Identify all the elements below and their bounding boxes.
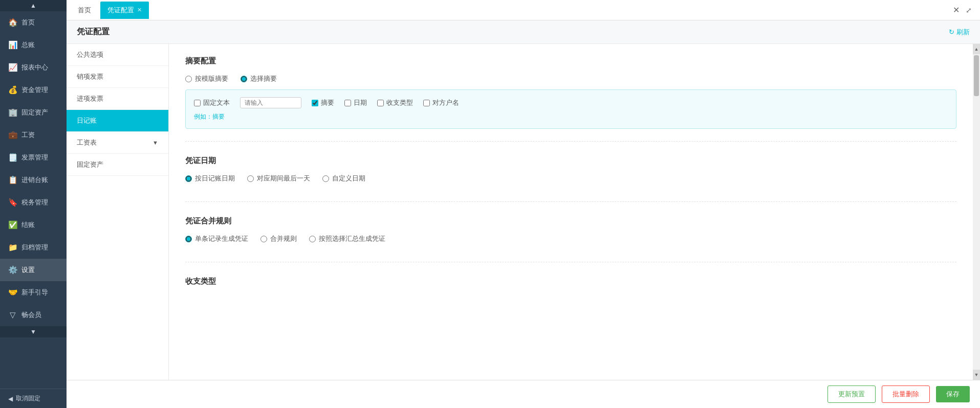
left-nav-journal-label: 日记账	[77, 116, 97, 125]
tab-voucher-config[interactable]: 凭证配置 ✕	[100, 2, 149, 19]
example-text: 例如：摘要	[194, 112, 948, 121]
sales-icon: 📋	[8, 175, 17, 185]
sidebar-item-sales[interactable]: 📋 进销台账	[0, 169, 67, 191]
window-close-icon[interactable]: ✕	[953, 5, 960, 15]
income-type-checkbox-input[interactable]	[377, 100, 384, 106]
summary-radio-select[interactable]: 选择摘要	[241, 74, 277, 83]
summary-radio-group: 按模版摘要 选择摘要	[185, 74, 956, 83]
refresh-button[interactable]: ↻ 刷新	[949, 28, 970, 37]
right-scrollbar: ▲ ▼	[973, 44, 980, 380]
sidebar-item-ledger[interactable]: 📊 总账	[0, 34, 67, 56]
date-radio-period-last[interactable]: 对应期间最后一天	[247, 174, 310, 183]
refresh-label: 刷新	[956, 28, 970, 37]
date-checkbox-label: 日期	[354, 98, 367, 107]
left-nav-journal[interactable]: 日记账	[67, 110, 168, 132]
sidebar-item-guide[interactable]: 🤝 新手引导	[0, 281, 67, 304]
summary-radio-select-input[interactable]	[241, 76, 247, 82]
right-content: 摘要配置 按模版摘要 选择摘要 固定文本	[169, 44, 973, 380]
sidebar-item-tax-label: 税务管理	[21, 198, 48, 207]
example-value: 摘要	[212, 113, 225, 120]
counterparty-checkbox[interactable]: 对方户名	[423, 98, 459, 107]
summary-radio-template-input[interactable]	[185, 76, 192, 82]
sidebar-item-settings[interactable]: ⚙️ 设置	[0, 259, 67, 281]
sidebar-item-report[interactable]: 📈 报表中心	[0, 56, 67, 79]
ledger-icon: 📊	[8, 40, 17, 50]
save-button[interactable]: 保存	[936, 386, 970, 402]
sidebar-item-guide-label: 新手引导	[21, 288, 48, 297]
date-section: 凭证日期 按日记账日期 对应期间最后一天 自定义日期	[185, 156, 956, 202]
home-icon: 🏠	[8, 18, 17, 27]
date-radio-custom-input[interactable]	[322, 175, 329, 182]
checkout-icon: ✅	[8, 220, 17, 230]
income-type-checkbox[interactable]: 收支类型	[377, 98, 413, 107]
sidebar-scroll-down[interactable]: ▼	[0, 326, 67, 337]
batch-delete-button[interactable]: 批量删除	[882, 386, 930, 403]
merge-radio-rule[interactable]: 合并规则	[260, 234, 297, 243]
date-radio-journal[interactable]: 按日记账日期	[185, 174, 235, 183]
merge-radio-rule-input[interactable]	[260, 236, 267, 242]
date-radio-period-last-input[interactable]	[247, 175, 254, 182]
summary-radio-template[interactable]: 按模版摘要	[185, 74, 228, 83]
sidebar-item-funds[interactable]: 💰 资金管理	[0, 79, 67, 101]
left-nav-fixed-assets[interactable]: 固定资产	[67, 154, 168, 176]
merge-radio-single[interactable]: 单条记录生成凭证	[185, 234, 248, 243]
invoice-icon: 🗒️	[8, 153, 17, 162]
date-radio-journal-input[interactable]	[185, 175, 192, 182]
window-resize-icon[interactable]: ⤢	[966, 6, 972, 14]
merge-radio-single-input[interactable]	[185, 236, 192, 242]
merge-radio-select[interactable]: 按照选择汇总生成凭证	[309, 234, 385, 243]
sidebar-item-vip[interactable]: ▽ 畅会员	[0, 304, 67, 326]
scrollbar-thumb[interactable]	[974, 55, 979, 96]
tax-icon: 🔖	[8, 198, 17, 207]
scrollbar-down-btn[interactable]: ▼	[973, 370, 980, 380]
sidebar-item-funds-label: 资金管理	[21, 85, 48, 95]
left-nav-public[interactable]: 公共选项	[67, 44, 168, 66]
date-radio-custom[interactable]: 自定义日期	[322, 174, 365, 183]
merge-radio-single-label: 单条记录生成凭证	[195, 234, 248, 243]
fixed-text-checkbox[interactable]: 固定文本	[194, 98, 230, 107]
assets-icon: 🏢	[8, 108, 17, 117]
fixed-text-checkbox-input[interactable]	[194, 100, 201, 106]
archive-icon: 📁	[8, 243, 17, 252]
merge-title: 凭证合并规则	[185, 216, 956, 226]
sidebar-item-archive[interactable]: 📁 归档管理	[0, 236, 67, 259]
left-nav-purchase-invoice[interactable]: 进项发票	[67, 88, 168, 110]
sidebar-item-ledger-label: 总账	[21, 40, 35, 50]
sidebar-item-tax[interactable]: 🔖 税务管理	[0, 191, 67, 214]
sidebar-item-vip-label: 畅会员	[21, 310, 41, 320]
summary-options-box: 固定文本 摘要 日期 收支类型	[185, 89, 956, 129]
date-radio-period-last-label: 对应期间最后一天	[257, 174, 310, 183]
salary-icon: 💼	[8, 130, 17, 140]
summary-title: 摘要配置	[185, 56, 956, 66]
merge-radio-select-label: 按照选择汇总生成凭证	[319, 234, 385, 243]
left-nav-payroll[interactable]: 工资表 ▼	[67, 132, 168, 154]
content-header: 凭证配置 ↻ 刷新	[67, 20, 980, 44]
left-nav-payroll-label: 工资表	[77, 138, 97, 147]
scrollbar-up-btn[interactable]: ▲	[973, 44, 980, 54]
left-nav-sales-invoice[interactable]: 销项发票	[67, 66, 168, 88]
update-preview-button[interactable]: 更新预置	[827, 386, 876, 403]
fixed-text-input[interactable]	[240, 97, 301, 108]
sidebar-item-checkout[interactable]: ✅ 结账	[0, 214, 67, 236]
sidebar-unpin[interactable]: ◀ 取消固定	[0, 389, 67, 408]
income-type-title: 收支类型	[185, 277, 956, 286]
sidebar-item-checkout-label: 结账	[21, 220, 35, 230]
sidebar-scroll-up[interactable]: ▲	[0, 0, 67, 11]
sidebar-item-assets[interactable]: 🏢 固定资产	[0, 101, 67, 124]
date-checkbox-input[interactable]	[344, 100, 351, 106]
guide-icon: 🤝	[8, 288, 17, 297]
pin-icon: ◀	[8, 395, 13, 402]
sidebar-item-home[interactable]: 🏠 首页	[0, 11, 67, 34]
summary-checkbox-input[interactable]	[312, 100, 318, 106]
left-nav-public-label: 公共选项	[77, 50, 103, 59]
date-checkbox[interactable]: 日期	[344, 98, 367, 107]
sidebar-item-home-label: 首页	[21, 18, 35, 27]
income-type-checkbox-label: 收支类型	[386, 98, 413, 107]
counterparty-checkbox-input[interactable]	[423, 100, 430, 106]
tab-close-icon[interactable]: ✕	[137, 7, 142, 13]
sidebar-item-invoice[interactable]: 🗒️ 发票管理	[0, 146, 67, 169]
tab-home[interactable]: 首页	[71, 2, 98, 19]
merge-radio-select-input[interactable]	[309, 236, 316, 242]
summary-checkbox[interactable]: 摘要	[312, 98, 334, 107]
sidebar-item-salary[interactable]: 💼 工资	[0, 124, 67, 146]
